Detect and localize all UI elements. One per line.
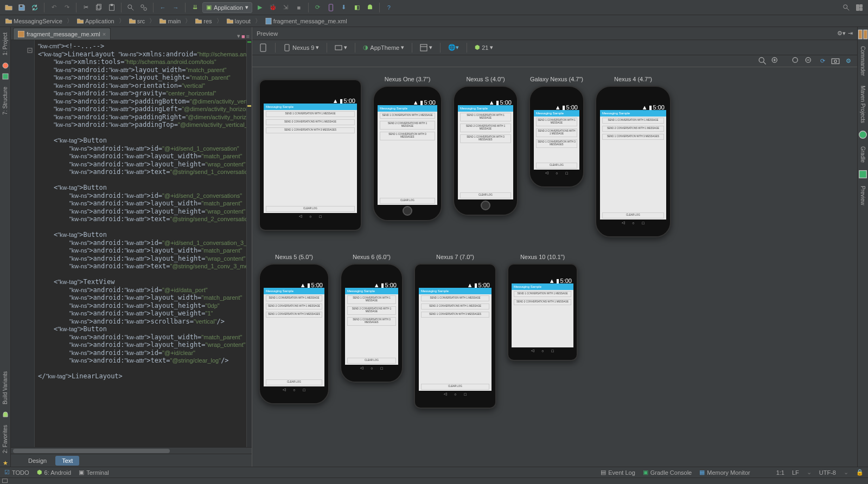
help-icon[interactable]: ? (384, 2, 394, 13)
zoom-fit-icon[interactable] (758, 57, 767, 66)
tool-memory-monitor[interactable]: ▦Memory Monitor (699, 469, 750, 476)
forward-icon[interactable]: → (170, 2, 181, 13)
device-picker[interactable]: Nexus 9▾ (281, 43, 321, 53)
tool-favorites[interactable]: 2: Favorites (1, 422, 9, 456)
device-preview[interactable]: Nexus 7 (7.0") ▲▮5:00 Messaging Sample S… (414, 254, 496, 409)
star-icon[interactable]: ★ (3, 460, 8, 467)
device-preview[interactable]: ▲▮5:00 Messaging Sample SEND 1 CONVERSAT… (259, 76, 362, 237)
avd-icon[interactable] (326, 2, 336, 13)
redo-icon[interactable]: ↷ (61, 2, 72, 13)
sync-icon[interactable] (29, 2, 40, 13)
commander-icon[interactable] (858, 29, 868, 40)
orientation-icon[interactable]: ▾ (333, 43, 349, 53)
attach-icon[interactable]: ⇲ (280, 2, 291, 13)
zoom-in-icon[interactable] (771, 57, 780, 66)
android-icon-strip[interactable] (2, 411, 9, 418)
run-configuration[interactable]: ▣ Application ▾ (202, 2, 252, 13)
editor-gutter[interactable] (11, 40, 35, 447)
virtual-device-icon[interactable] (257, 42, 270, 53)
bc-root[interactable]: MessagingService (3, 17, 65, 25)
android-icon-2[interactable] (365, 2, 375, 13)
make-icon[interactable]: ⇊ (189, 2, 200, 13)
copy-icon[interactable] (93, 2, 104, 13)
gear-icon[interactable]: ⚙▾ (837, 30, 846, 37)
tool-icon-2[interactable] (2, 73, 9, 80)
error-stripe[interactable] (246, 40, 252, 447)
tool-android[interactable]: ⬢6: Android (37, 469, 72, 476)
tool-gradle[interactable]: Gradle (859, 143, 867, 166)
theme-picker[interactable]: ◑AppTheme▾ (361, 43, 406, 52)
tab-design[interactable]: Design (22, 456, 53, 466)
bc-layout[interactable]: layout (225, 17, 253, 25)
refresh-icon[interactable]: ⟳ (818, 57, 827, 66)
sync-gradle-icon[interactable]: ⟳ (312, 2, 323, 13)
replace-icon[interactable] (138, 2, 149, 13)
tool-window-toggle[interactable] (2, 479, 8, 483)
debug-icon[interactable]: 🐞 (267, 2, 278, 13)
bc-res[interactable]: res (193, 17, 214, 25)
device-preview[interactable]: Nexus S (4.0") ▲▮5:00 Messaging Sample S… (453, 76, 518, 237)
ddms-icon[interactable]: ◧ (352, 2, 362, 13)
tool-gradle-console[interactable]: ▣Gradle Console (643, 469, 692, 476)
tool-terminal[interactable]: ▣Terminal (79, 469, 109, 476)
open-icon[interactable] (3, 2, 14, 13)
device-preview[interactable]: Nexus 10 (10.1") ▲▮5:00 Messaging Sample… (507, 254, 578, 409)
device-preview[interactable]: Nexus 5 (5.0") ▲▮5:00 Messaging Sample S… (259, 254, 329, 409)
project-structure-icon[interactable] (854, 2, 865, 13)
screenshot-icon[interactable] (831, 57, 840, 66)
zoom-100-icon[interactable] (792, 57, 801, 66)
bc-src[interactable]: src (127, 17, 148, 25)
editor-hscrollbar[interactable] (11, 447, 252, 454)
close-icon[interactable]: × (103, 31, 106, 37)
pin-icon[interactable]: ■ (241, 33, 245, 40)
api-picker[interactable]: ⬢21▾ (473, 43, 495, 52)
zoom-out-icon[interactable] (805, 57, 814, 66)
hide-icon[interactable]: ⇥ (848, 30, 853, 37)
device-preview[interactable]: Galaxy Nexus (4.7") ▲▮5:00 Messaging Sam… (529, 76, 584, 237)
line-ending[interactable]: LF (792, 469, 799, 476)
preview-zoom-bar: ⟳ ⚙ (252, 55, 857, 67)
search-everywhere-icon[interactable] (841, 2, 852, 13)
stop-icon[interactable]: ■ (293, 2, 304, 13)
split-icon[interactable]: ▾ (237, 33, 240, 40)
fold-icon[interactable] (27, 48, 33, 53)
file-tab[interactable]: fragment_message_me.xml × (13, 28, 111, 40)
ant-icon[interactable] (2, 62, 9, 69)
run-icon[interactable]: ▶ (254, 2, 265, 13)
gradle-icon[interactable] (858, 130, 868, 140)
device-preview[interactable]: Nexus 6 (6.0") ▲▮5:00 Messaging Sample S… (340, 254, 403, 409)
cut-icon[interactable]: ✂ (80, 2, 91, 13)
tool-commander[interactable]: Commander (859, 43, 867, 79)
svg-point-38 (859, 131, 867, 139)
layout-icon[interactable]: ▾ (418, 43, 435, 53)
find-icon[interactable] (125, 2, 136, 13)
preview-canvas[interactable]: ▲▮5:00 Messaging Sample SEND 1 CONVERSAT… (252, 67, 857, 467)
paste-icon[interactable] (106, 2, 117, 13)
undo-icon[interactable]: ↶ (48, 2, 59, 13)
tool-build-variants[interactable]: Build Variants (1, 368, 9, 408)
sdk-icon[interactable]: ⬇ (339, 2, 349, 13)
preview-title: Preview (257, 30, 278, 37)
tool-preview[interactable]: Preview (859, 183, 867, 209)
more-icon[interactable]: ≡ (246, 33, 250, 40)
code-editor[interactable]: "kw-cmt"><!--...--> <"kw-tag">LinearLayo… (35, 40, 246, 447)
preview-icon[interactable] (858, 169, 868, 179)
settings-icon[interactable]: ⚙ (844, 57, 853, 66)
bc-file[interactable]: fragment_message_me.xml (263, 17, 349, 25)
lock-icon[interactable]: 🔒 (856, 469, 864, 476)
back-icon[interactable]: ← (157, 2, 168, 13)
tool-event-log[interactable]: ▤Event Log (601, 469, 635, 476)
tool-structure[interactable]: 7: Structure (1, 83, 9, 118)
locale-icon[interactable]: 🌐▾ (446, 43, 461, 52)
device-preview[interactable]: Nexus One (3.7") ▲▮5:00 Messaging Sample… (373, 76, 442, 237)
bc-main[interactable]: main (157, 17, 183, 25)
save-icon[interactable] (16, 2, 27, 13)
bc-module[interactable]: Application (75, 17, 117, 25)
device-preview[interactable]: Nexus 4 (4.7") ▲▮5:00 Messaging Sample S… (595, 76, 671, 237)
tool-maven[interactable]: Maven Projects (859, 82, 867, 126)
file-encoding[interactable]: UTF-8 (819, 469, 836, 476)
tool-todo[interactable]: ☑TODO (4, 469, 29, 476)
tab-text[interactable]: Text (55, 456, 79, 466)
caret-position[interactable]: 1:1 (776, 469, 784, 476)
tool-project[interactable]: 1: Project (1, 29, 9, 59)
